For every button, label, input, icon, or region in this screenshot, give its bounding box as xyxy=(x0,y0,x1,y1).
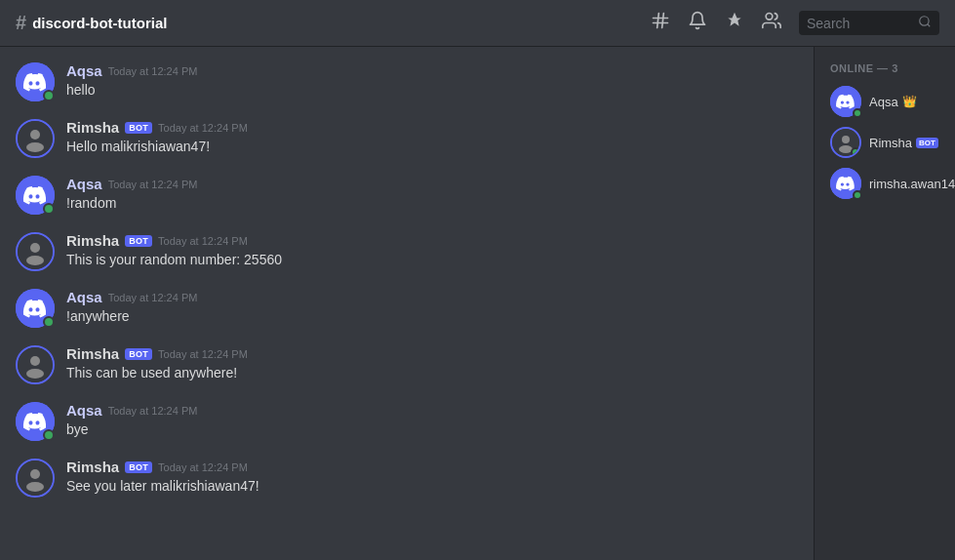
svg-point-8 xyxy=(26,256,44,265)
message-text: hello xyxy=(66,81,798,100)
member-avatar xyxy=(830,86,861,117)
message-row: Rimsha BOT Today at 12:24 PM This can be… xyxy=(16,345,798,384)
avatar xyxy=(16,176,55,215)
header-icons xyxy=(651,11,939,35)
message-header: Aqsa Today at 12:24 PM xyxy=(66,289,798,305)
hashtag-icon[interactable] xyxy=(651,11,670,35)
svg-point-11 xyxy=(30,356,40,366)
message-header: Aqsa Today at 12:24 PM xyxy=(66,402,798,419)
members-icon[interactable] xyxy=(762,11,781,35)
timestamp: Today at 12:24 PM xyxy=(108,65,198,77)
svg-point-19 xyxy=(842,136,850,143)
pin-icon[interactable] xyxy=(725,11,744,35)
online-indicator xyxy=(43,316,55,328)
crown-icon: 👑 xyxy=(902,95,917,108)
channel-hash-icon: # xyxy=(16,12,26,34)
message-row: Rimsha BOT Today at 12:24 PM See you lat… xyxy=(16,459,798,498)
timestamp: Today at 12:24 PM xyxy=(158,122,248,134)
svg-point-4 xyxy=(26,142,44,152)
search-bar[interactable] xyxy=(799,11,939,35)
chat-area: Aqsa Today at 12:24 PM hello Rimsha BOT xyxy=(0,47,814,560)
member-name-wrap: Aqsa 👑 xyxy=(869,95,917,109)
member-name-wrap: Rimsha BOT xyxy=(869,136,938,150)
message-row: Rimsha BOT Today at 12:24 PM Hello malik… xyxy=(16,119,798,158)
avatar xyxy=(16,459,55,498)
message-text: !anywhere xyxy=(66,307,798,327)
member-item-rimsha-awan14[interactable]: rimsha.awan14 xyxy=(822,164,947,203)
message-header: Aqsa Today at 12:24 PM xyxy=(66,176,798,192)
message-content: Rimsha BOT Today at 12:24 PM Hello malik… xyxy=(66,119,798,157)
message-header: Rimsha BOT Today at 12:24 PM xyxy=(66,119,798,136)
member-online-dot xyxy=(853,108,862,118)
svg-point-0 xyxy=(920,17,929,25)
message-row: Rimsha BOT Today at 12:24 PM This is you… xyxy=(16,232,798,271)
member-item-aqsa[interactable]: Aqsa 👑 xyxy=(822,82,947,121)
search-input[interactable] xyxy=(807,16,912,31)
message-row: Aqsa Today at 12:24 PM !anywhere xyxy=(16,289,798,328)
message-content: Aqsa Today at 12:24 PM hello xyxy=(66,62,798,100)
message-row: Aqsa Today at 12:24 PM !random xyxy=(16,176,798,215)
member-item-rimsha[interactable]: Rimsha BOT xyxy=(822,123,947,162)
message-text: !random xyxy=(66,194,798,214)
message-header: Aqsa Today at 12:24 PM xyxy=(66,62,798,79)
avatar xyxy=(16,119,55,158)
member-online-dot xyxy=(851,147,860,157)
username: Aqsa xyxy=(66,402,102,419)
bot-badge: BOT xyxy=(125,235,152,247)
avatar xyxy=(16,345,55,384)
message-text: bye xyxy=(66,420,798,440)
username: Rimsha xyxy=(66,119,119,136)
username: Rimsha xyxy=(66,459,119,475)
message-content: Aqsa Today at 12:24 PM !random xyxy=(66,176,798,214)
message-text: See you later malikrishiawan47! xyxy=(66,477,798,497)
username: Rimsha xyxy=(66,232,119,249)
header: # discord-bot-tutorial xyxy=(0,0,955,47)
timestamp: Today at 12:24 PM xyxy=(158,235,248,247)
username: Aqsa xyxy=(66,289,102,305)
svg-point-12 xyxy=(26,369,44,379)
bot-badge: BOT xyxy=(125,122,152,134)
bot-badge: BOT xyxy=(916,138,938,148)
svg-point-7 xyxy=(30,243,40,253)
bot-badge: BOT xyxy=(125,461,152,473)
timestamp: Today at 12:24 PM xyxy=(108,179,198,190)
member-name: Rimsha xyxy=(869,136,912,150)
avatar xyxy=(16,402,55,441)
search-icon xyxy=(918,15,932,31)
timestamp: Today at 12:24 PM xyxy=(108,405,198,417)
member-avatar xyxy=(830,168,861,199)
message-text: Hello malikrishiawan47! xyxy=(66,138,798,157)
username: Rimsha xyxy=(66,345,119,362)
main-content: Aqsa Today at 12:24 PM hello Rimsha BOT xyxy=(0,47,955,560)
online-indicator xyxy=(43,90,55,101)
timestamp: Today at 12:24 PM xyxy=(158,461,248,473)
avatar xyxy=(16,62,55,101)
svg-point-16 xyxy=(26,482,44,492)
message-content: Aqsa Today at 12:24 PM !anywhere xyxy=(66,289,798,327)
username: Aqsa xyxy=(66,62,102,79)
message-content: Aqsa Today at 12:24 PM bye xyxy=(66,402,798,440)
member-name-wrap: rimsha.awan14 xyxy=(869,177,955,191)
channel-name: discord-bot-tutorial xyxy=(32,15,167,31)
message-content: Rimsha BOT Today at 12:24 PM See you lat… xyxy=(66,459,798,497)
message-header: Rimsha BOT Today at 12:24 PM xyxy=(66,459,798,475)
member-online-dot xyxy=(853,190,862,200)
message-row: Aqsa Today at 12:24 PM hello xyxy=(16,62,798,101)
timestamp: Today at 12:24 PM xyxy=(158,348,248,360)
timestamp: Today at 12:24 PM xyxy=(108,292,198,303)
online-indicator xyxy=(43,429,55,441)
member-name: rimsha.awan14 xyxy=(869,177,955,191)
message-row: Aqsa Today at 12:24 PM bye xyxy=(16,402,798,441)
online-indicator xyxy=(43,203,55,215)
message-text: This can be used anywhere! xyxy=(66,364,798,383)
online-count-label: ONLINE — 3 xyxy=(822,62,947,74)
message-content: Rimsha BOT Today at 12:24 PM This is you… xyxy=(66,232,798,270)
bell-icon[interactable] xyxy=(688,11,707,35)
avatar xyxy=(16,232,55,271)
message-content: Rimsha BOT Today at 12:24 PM This can be… xyxy=(66,345,798,383)
member-avatar xyxy=(830,127,861,158)
message-header: Rimsha BOT Today at 12:24 PM xyxy=(66,345,798,362)
message-header: Rimsha BOT Today at 12:24 PM xyxy=(66,232,798,249)
bot-badge: BOT xyxy=(125,348,152,360)
message-text: This is your random number: 25560 xyxy=(66,251,798,270)
